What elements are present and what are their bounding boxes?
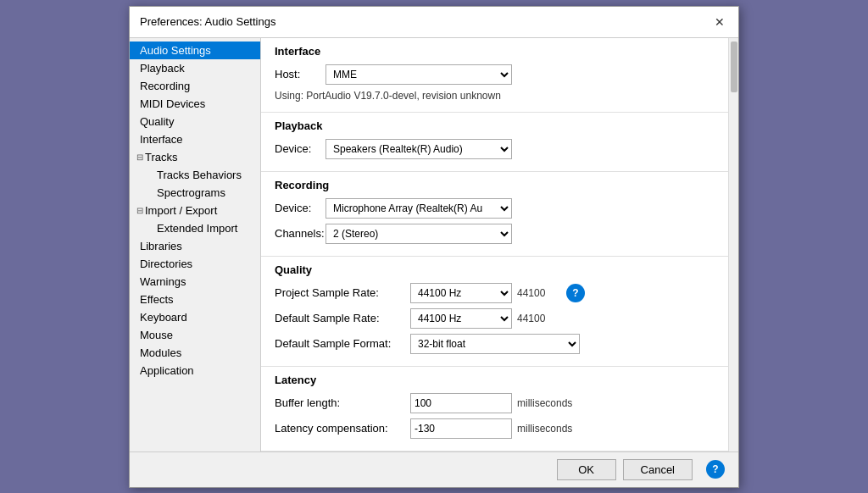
sidebar-item-application[interactable]: Application xyxy=(130,362,260,379)
playback-device-label: Device: xyxy=(275,142,326,155)
playback-device-select[interactable]: Speakers (Realtek(R) Audio) xyxy=(326,139,512,159)
default-rate-number: 44100 xyxy=(517,313,559,324)
sidebar-item-warnings[interactable]: Warnings xyxy=(130,273,260,291)
recording-device-row: Device: Microphone Array (Realtek(R) Au xyxy=(275,198,715,219)
sidebar-item-modules[interactable]: Modules xyxy=(130,344,260,362)
project-rate-row: Project Sample Rate: 22050 Hz 44100 Hz 4… xyxy=(275,283,715,303)
default-rate-label: Default Sample Rate: xyxy=(275,312,410,324)
host-label: Host: xyxy=(275,68,326,80)
sidebar-item-mouse[interactable]: Mouse xyxy=(130,326,260,344)
default-format-row: Default Sample Format: 16-bit PCM 24-bit… xyxy=(275,334,715,354)
channels-label: Channels: xyxy=(275,227,326,240)
recording-device-select[interactable]: Microphone Array (Realtek(R) Au xyxy=(326,198,512,219)
sidebar-item-quality[interactable]: Quality xyxy=(130,113,260,130)
cancel-button[interactable]: Cancel xyxy=(623,459,693,480)
sidebar-item-recording[interactable]: Recording xyxy=(130,77,260,95)
recording-device-label: Device: xyxy=(275,202,326,214)
ok-button[interactable]: OK xyxy=(557,459,616,480)
portaudio-info: Using: PortAudio V19.7.0-devel, revision… xyxy=(275,90,715,102)
sidebar-item-playback[interactable]: Playback xyxy=(130,59,260,77)
host-select[interactable]: MME DirectSound WASAPI xyxy=(326,64,512,85)
expand-icon-2: ⊟ xyxy=(136,206,143,215)
expand-icon: ⊟ xyxy=(136,152,143,162)
footer-help-button[interactable]: ? xyxy=(706,460,725,479)
default-rate-row: Default Sample Rate: 22050 Hz 44100 Hz 4… xyxy=(275,308,715,329)
sidebar: Audio Settings Playback Recording MIDI D… xyxy=(130,38,261,451)
project-rate-select[interactable]: 22050 Hz 44100 Hz 48000 Hz 96000 Hz xyxy=(410,283,512,303)
sidebar-item-midi-devices[interactable]: MIDI Devices xyxy=(130,95,260,113)
interface-header: Interface xyxy=(275,45,715,58)
compensation-input[interactable] xyxy=(410,418,512,439)
dialog-footer: OK Cancel ? xyxy=(130,451,738,487)
title-bar: Preferences: Audio Settings ✕ xyxy=(130,7,738,38)
playback-device-row: Device: Speakers (Realtek(R) Audio) xyxy=(275,139,715,159)
quality-help-button[interactable]: ? xyxy=(566,284,585,302)
sidebar-item-effects[interactable]: Effects xyxy=(130,291,260,308)
sidebar-item-audio-settings[interactable]: Audio Settings xyxy=(130,42,260,59)
scroll-thumb[interactable] xyxy=(731,42,737,92)
dialog-body: Audio Settings Playback Recording MIDI D… xyxy=(130,38,738,451)
preferences-dialog: Preferences: Audio Settings ✕ Audio Sett… xyxy=(129,6,739,488)
default-format-select[interactable]: 16-bit PCM 24-bit PCM 32-bit float xyxy=(410,334,580,354)
buffer-row: Buffer length: milliseconds xyxy=(275,393,715,413)
sidebar-item-keyboard[interactable]: Keyboard xyxy=(130,308,260,326)
sidebar-item-libraries[interactable]: Libraries xyxy=(130,237,260,255)
playback-header: Playback xyxy=(275,119,715,132)
close-button[interactable]: ✕ xyxy=(711,14,728,30)
buffer-label: Buffer length: xyxy=(275,396,410,409)
compensation-unit: milliseconds xyxy=(517,423,572,435)
sidebar-item-interface[interactable]: Interface xyxy=(130,130,260,148)
scrollbar[interactable] xyxy=(728,38,738,451)
compensation-label: Latency compensation: xyxy=(275,422,410,435)
quality-section: Quality Project Sample Rate: 22050 Hz 44… xyxy=(261,257,728,367)
latency-section: Latency Buffer length: milliseconds Late… xyxy=(261,367,728,451)
sidebar-item-spectrograms[interactable]: Spectrograms xyxy=(130,184,260,202)
sidebar-item-import-export[interactable]: ⊟ Import / Export xyxy=(130,202,260,219)
content-area: Interface Host: MME DirectSound WASAPI U… xyxy=(261,38,728,451)
latency-header: Latency xyxy=(275,374,715,386)
recording-header: Recording xyxy=(275,179,715,191)
quality-header: Quality xyxy=(275,263,715,276)
sidebar-item-tracks-behaviors[interactable]: Tracks Behaviors xyxy=(130,166,260,184)
channels-select[interactable]: 1 (Mono) 2 (Stereo) xyxy=(326,224,512,244)
compensation-row: Latency compensation: milliseconds xyxy=(275,418,715,439)
dialog-title: Preferences: Audio Settings xyxy=(140,15,275,28)
recording-section: Recording Device: Microphone Array (Real… xyxy=(261,172,728,257)
default-format-label: Default Sample Format: xyxy=(275,337,410,350)
project-rate-number: 44100 xyxy=(517,287,559,299)
host-row: Host: MME DirectSound WASAPI xyxy=(275,64,715,85)
sidebar-item-tracks[interactable]: ⊟ Tracks xyxy=(130,148,260,166)
sidebar-item-extended-import[interactable]: Extended Import xyxy=(130,219,260,237)
default-rate-select[interactable]: 22050 Hz 44100 Hz 48000 Hz 96000 Hz xyxy=(410,308,512,329)
channels-row: Channels: 1 (Mono) 2 (Stereo) xyxy=(275,224,715,244)
buffer-input[interactable] xyxy=(410,393,512,413)
playback-section: Playback Device: Speakers (Realtek(R) Au… xyxy=(261,113,728,172)
project-rate-label: Project Sample Rate: xyxy=(275,286,410,299)
sidebar-item-directories[interactable]: Directories xyxy=(130,255,260,273)
buffer-unit: milliseconds xyxy=(517,397,572,409)
interface-section: Interface Host: MME DirectSound WASAPI U… xyxy=(261,38,728,113)
